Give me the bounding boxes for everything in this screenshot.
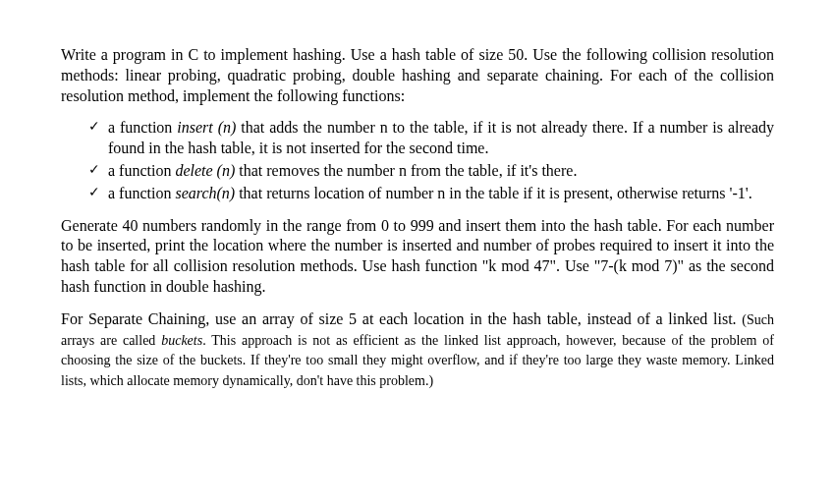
function-list: ✓ a function insert (n) that adds the nu…: [61, 118, 774, 203]
list-text-post: that returns location of number n in the…: [235, 185, 752, 201]
paragraph-intro: Write a program in C to implement hashin…: [61, 45, 774, 106]
list-text-post: that removes the number n from the table…: [235, 162, 577, 179]
list-item: ✓ a function insert (n) that adds the nu…: [88, 118, 774, 159]
paragraph-instructions: Generate 40 numbers randomly in the rang…: [61, 216, 774, 298]
paragraph-chaining: For Separate Chaining, use an array of s…: [61, 309, 774, 391]
list-text-pre: a function: [108, 162, 175, 179]
check-icon: ✓: [88, 184, 100, 201]
function-name: insert (n): [177, 119, 236, 136]
list-text-pre: a function: [108, 185, 175, 201]
function-name: delete (n): [175, 162, 235, 179]
para3-note-term: buckets: [161, 333, 202, 348]
para3-main: For Separate Chaining, use an array of s…: [61, 310, 742, 327]
list-item: ✓ a function search(n) that returns loca…: [88, 184, 774, 204]
list-item: ✓ a function delete (n) that removes the…: [88, 161, 774, 182]
list-text-pre: a function: [108, 119, 177, 136]
check-icon: ✓: [88, 161, 100, 179]
check-icon: ✓: [88, 118, 100, 136]
function-name: search(n): [175, 185, 235, 201]
